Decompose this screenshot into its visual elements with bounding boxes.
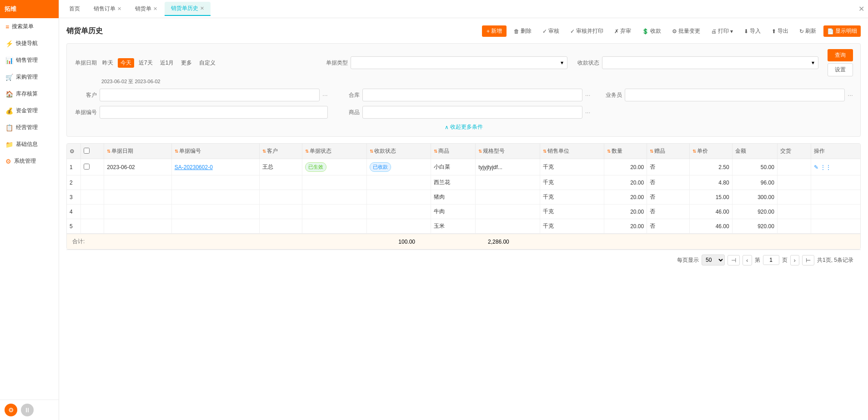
sidebar-item-quick-nav[interactable]: ⚡ 快捷导航 (0, 35, 59, 52)
collect-button[interactable]: 💲 收款 (638, 25, 665, 37)
sidebar-item-basic-info[interactable]: 📁 基础信息 (0, 136, 59, 153)
th-settings[interactable]: ⚙ (67, 144, 80, 159)
cell-doc-no[interactable] (171, 175, 260, 190)
row-checkbox[interactable] (84, 164, 90, 170)
per-page-select[interactable]: 50 100 200 (702, 255, 725, 265)
next-page-btn[interactable]: › (790, 255, 799, 265)
more-action-btn[interactable]: ⋮⋮ (820, 164, 831, 170)
sidebar-pause-btn[interactable]: ⏸ (21, 404, 34, 416)
cell-doc-status (302, 219, 367, 234)
date-tab-today[interactable]: 今天 (118, 58, 134, 68)
warehouse-ellipsis[interactable]: ··· (585, 91, 591, 99)
cell-doc-no[interactable] (171, 205, 260, 219)
salesperson-ellipsis[interactable]: ··· (848, 91, 853, 99)
set-button[interactable]: 设置 (828, 63, 853, 76)
doc-type-label: 单据类型 (325, 59, 348, 67)
salesperson-input[interactable] (625, 89, 845, 101)
cell-action (811, 190, 860, 205)
search-menu-icon: ≡ (5, 23, 9, 30)
th-date[interactable]: ⇅单据日期 (104, 144, 171, 159)
th-doc-status[interactable]: ⇅单据状态 (302, 144, 367, 159)
print-button[interactable]: 🖨 打印 ▾ (707, 25, 737, 37)
collect-status-dropdown-icon: ▾ (812, 60, 814, 66)
batch-change-label: 批量变更 (678, 27, 700, 35)
print-icon: 🖨 (711, 28, 717, 35)
customer-input[interactable] (100, 89, 320, 101)
goods-input[interactable] (362, 106, 582, 119)
sidebar-item-search-menu[interactable]: ≡ 搜索菜单 (0, 18, 59, 35)
tab-home[interactable]: 首页 (63, 2, 86, 15)
sidebar-item-fund-mgmt[interactable]: 💰 资金管理 (0, 102, 59, 119)
date-tab-1month[interactable]: 近1月 (157, 58, 177, 68)
th-spec[interactable]: ⇅规格型号 (476, 144, 540, 159)
th-collect-status[interactable]: ⇅收款状态 (366, 144, 431, 159)
prev-page-btn[interactable]: ‹ (743, 255, 752, 265)
sort-gift-icon: ⇅ (650, 149, 653, 154)
table-footer: 合计: 100.00 2,286.00 (67, 234, 860, 249)
cell-doc-no[interactable] (171, 219, 260, 234)
cell-checkbox[interactable] (80, 190, 104, 205)
doc-no-input[interactable] (100, 106, 328, 119)
th-customer[interactable]: ⇅客户 (260, 144, 302, 159)
abandon-button[interactable]: ✗ 弃审 (611, 25, 635, 37)
th-doc-no[interactable]: ⇅单据编号 (171, 144, 260, 159)
select-all-checkbox[interactable] (84, 148, 90, 154)
cell-doc-no[interactable]: SA-20230602-0 (171, 159, 260, 175)
th-goods[interactable]: ⇅商品 (431, 144, 476, 159)
tab-sales-order-close[interactable]: ✕ (117, 6, 121, 12)
cell-checkbox[interactable] (80, 205, 104, 219)
cell-gift: 否 (647, 159, 690, 175)
th-unit[interactable]: ⇅销售单位 (540, 144, 604, 159)
tab-sales-delivery[interactable]: 销货单 ✕ (129, 2, 164, 15)
print-dropdown-icon: ▾ (730, 28, 733, 35)
tab-sales-delivery-close[interactable]: ✕ (153, 6, 157, 12)
cell-customer (260, 219, 302, 234)
sidebar-item-purchase-mgmt[interactable]: 🛒 采购管理 (0, 69, 59, 85)
tab-sales-order[interactable]: 销售订单 ✕ (87, 2, 128, 15)
page-input[interactable] (763, 255, 779, 265)
sidebar-settings-btn[interactable]: ⚙ (5, 404, 17, 416)
audit-button[interactable]: ✓ 审核 (539, 25, 563, 37)
warehouse-input[interactable] (362, 89, 582, 101)
total-info: 共1页, 5条记录 (817, 256, 853, 264)
date-tab-7days[interactable]: 近7天 (136, 58, 156, 68)
tab-close-all-btn[interactable]: ✕ (858, 5, 864, 13)
customer-ellipsis[interactable]: ··· (322, 91, 328, 99)
cell-checkbox[interactable] (80, 219, 104, 234)
date-tab-yesterday[interactable]: 昨天 (100, 58, 116, 68)
date-tab-more[interactable]: 更多 (178, 58, 195, 68)
cell-checkbox[interactable] (80, 159, 104, 175)
audit-print-button[interactable]: ✓ 审核并打印 (567, 25, 607, 37)
sidebar-item-sys-mgmt[interactable]: ⚙ 系统管理 (0, 153, 59, 170)
doc-type-select[interactable]: ▾ (351, 56, 567, 69)
date-tab-custom[interactable]: 自定义 (196, 58, 218, 68)
edit-action-btn[interactable]: ✎ (814, 164, 818, 170)
sidebar-item-inventory-calc[interactable]: 🏠 库存核算 (0, 85, 59, 102)
collapse-btn[interactable]: ∧ 收起更多条件 (74, 123, 853, 131)
tab-sales-delivery-history[interactable]: 销货单历史 ✕ (165, 2, 211, 16)
cell-price: 15.00 (689, 190, 732, 205)
first-page-btn[interactable]: ⊣ (728, 255, 740, 265)
cell-checkbox[interactable] (80, 175, 104, 190)
th-price[interactable]: ⇅单价 (689, 144, 732, 159)
refresh-button[interactable]: ↻ 刷新 (796, 25, 820, 37)
tab-sales-delivery-history-close[interactable]: ✕ (200, 5, 204, 11)
show-detail-button[interactable]: 📄 显示明细 (823, 25, 861, 37)
query-button[interactable]: 查询 (828, 49, 853, 61)
collect-status-select[interactable]: ▾ (602, 56, 818, 69)
goods-ellipsis[interactable]: ··· (585, 109, 591, 116)
import-button[interactable]: ⬇ 导入 (740, 25, 764, 37)
batch-change-button[interactable]: ⚙ 批量变更 (668, 25, 704, 37)
last-page-btn[interactable]: ⊢ (802, 255, 814, 265)
th-gift[interactable]: ⇅赠品 (647, 144, 690, 159)
delete-button[interactable]: 🗑 删除 (510, 25, 535, 37)
cell-doc-no[interactable] (171, 190, 260, 205)
add-button[interactable]: + 新增 (482, 25, 507, 37)
th-qty[interactable]: ⇅数量 (604, 144, 647, 159)
show-detail-label: 显示明细 (835, 27, 857, 35)
th-checkbox[interactable] (80, 144, 104, 159)
sidebar-item-ops-mgmt[interactable]: 📋 经营管理 (0, 119, 59, 136)
export-button[interactable]: ⬆ 导出 (768, 25, 792, 37)
table-row: 4 牛肉 千克 20.00 否 46.00 920.00 (67, 205, 860, 219)
sidebar-item-sales-mgmt[interactable]: 📊 销售管理 (0, 52, 59, 69)
